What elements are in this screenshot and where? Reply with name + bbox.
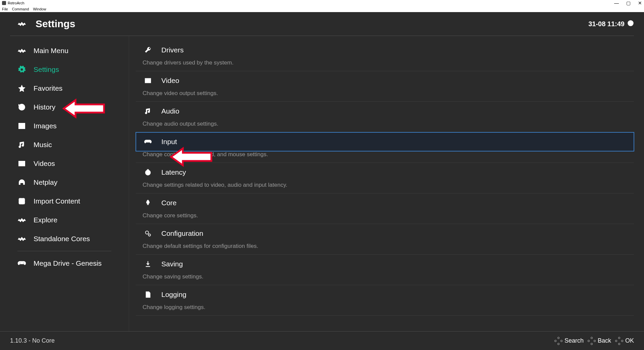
settings-row-saving[interactable]: Saving Change saving settings. — [136, 255, 634, 285]
sidebar-item-import[interactable]: Import Content — [17, 192, 119, 211]
plus-box-icon — [17, 197, 26, 206]
app-window-icon — [2, 1, 6, 5]
doc-icon — [144, 291, 152, 299]
row-label: Audio — [161, 107, 179, 115]
svg-rect-7 — [145, 79, 151, 83]
svg-point-10 — [148, 234, 150, 236]
hint-back: Back — [588, 337, 611, 344]
sidebar-item-music[interactable]: Music — [17, 135, 119, 154]
image-icon — [17, 122, 26, 130]
svg-point-9 — [146, 231, 149, 234]
row-label: Core — [161, 199, 177, 207]
video-icon — [17, 159, 26, 168]
close-button[interactable]: ✕ — [638, 0, 642, 6]
sidebar-item-label: Images — [34, 122, 57, 130]
sidebar-item-label: Standalone Cores — [34, 235, 90, 243]
row-desc: Change core settings. — [136, 212, 634, 224]
row-desc: Change video output settings. — [136, 90, 634, 101]
sidebar-item-settings[interactable]: Settings — [17, 60, 119, 79]
retroarch-icon — [17, 46, 26, 55]
settings-row-drivers[interactable]: Drivers Change drivers used by the syste… — [136, 41, 634, 71]
sidebar-item-megadrive[interactable]: Mega Drive - Genesis — [17, 254, 119, 273]
row-desc: Change settings related to video, audio … — [136, 182, 634, 193]
download-icon — [144, 260, 152, 268]
settings-row-configuration[interactable]: Configuration Change default settings fo… — [136, 224, 634, 255]
row-label: Configuration — [161, 229, 203, 237]
sidebar-item-label: Music — [34, 141, 52, 149]
music-icon — [144, 107, 152, 115]
row-label: Video — [161, 77, 179, 85]
svg-point-2 — [20, 125, 21, 126]
row-desc: Change audio output settings. — [136, 121, 634, 132]
sidebar-item-main-menu[interactable]: Main Menu — [17, 41, 119, 60]
row-desc: Change saving settings. — [136, 273, 634, 285]
app: Settings 31-08 11:49 Main Menu Settings … — [0, 12, 644, 350]
history-icon — [17, 103, 26, 112]
star-icon — [17, 84, 26, 93]
page-title: Settings — [36, 18, 75, 30]
sidebar-item-explore[interactable]: Explore — [17, 211, 119, 229]
row-label: Logging — [161, 291, 186, 299]
film-icon — [144, 77, 152, 85]
titlebar: RetroArch — ▢ ✕ — [0, 0, 644, 6]
row-desc: Change default settings for configuratio… — [136, 243, 634, 254]
dpad-icon — [555, 338, 562, 344]
sidebar: Main Menu Settings Favorites History Ima… — [0, 36, 129, 331]
controller-icon — [17, 259, 26, 268]
retroarch-icon — [17, 19, 26, 28]
svg-point-6 — [23, 263, 24, 264]
window-controls: — ▢ ✕ — [614, 0, 642, 6]
sidebar-item-label: Main Menu — [34, 47, 68, 55]
sidebar-item-images[interactable]: Images — [17, 117, 119, 135]
headset-icon — [17, 178, 26, 187]
sidebar-item-label: Mega Drive - Genesis — [34, 259, 102, 267]
dpad-icon — [588, 338, 595, 344]
sidebar-item-label: Netplay — [34, 178, 57, 186]
sidebar-item-label: Explore — [34, 216, 57, 224]
sidebar-item-videos[interactable]: Videos — [17, 154, 119, 173]
menu-window[interactable]: Window — [33, 7, 46, 11]
clock-icon — [627, 20, 634, 28]
sidebar-item-label: Videos — [34, 160, 55, 168]
sidebar-item-netplay[interactable]: Netplay — [17, 173, 119, 192]
sidebar-item-label: Favorites — [34, 84, 62, 92]
maximize-button[interactable]: ▢ — [626, 0, 631, 6]
settings-row-logging[interactable]: Logging Change logging settings. — [136, 285, 634, 316]
wrench-icon — [144, 46, 152, 54]
window-title: RetroArch — [8, 1, 24, 5]
sidebar-item-label: History — [34, 103, 55, 111]
dpad-icon — [616, 338, 623, 344]
version-text: 1.10.3 - No Core — [10, 337, 55, 344]
row-desc: Change controller, keyboard, and mouse s… — [136, 151, 634, 163]
sidebar-item-label: Settings — [34, 65, 59, 74]
hint-ok: OK — [616, 337, 634, 344]
controller-icon — [144, 138, 152, 146]
menu-file[interactable]: File — [2, 7, 8, 11]
footer: 1.10.3 - No Core Search Back OK — [0, 331, 644, 350]
settings-list: Drivers Change drivers used by the syste… — [129, 36, 644, 331]
datetime: 31-08 11:49 — [588, 20, 625, 28]
rocket-icon — [144, 199, 152, 207]
sidebar-item-label: Import Content — [34, 197, 80, 205]
sidebar-item-history[interactable]: History — [17, 98, 119, 117]
row-label: Input — [161, 138, 177, 146]
row-desc: Change drivers used by the system. — [136, 59, 634, 71]
settings-row-input[interactable]: Input Change controller, keyboard, and m… — [136, 132, 634, 163]
svg-point-5 — [20, 263, 21, 264]
music-icon — [17, 140, 26, 149]
settings-row-latency[interactable]: Latency Change settings related to video… — [136, 163, 634, 193]
menu-command[interactable]: Command — [12, 7, 29, 11]
row-desc: Change logging settings. — [136, 304, 634, 315]
settings-row-video[interactable]: Video Change video output settings. — [136, 71, 634, 102]
header: Settings 31-08 11:49 — [0, 12, 644, 36]
retroarch-icon — [17, 216, 26, 224]
row-label: Latency — [161, 168, 186, 176]
row-label: Saving — [161, 260, 183, 268]
settings-row-core[interactable]: Core Change core settings. — [136, 193, 634, 224]
minimize-button[interactable]: — — [614, 0, 619, 6]
settings-row-audio[interactable]: Audio Change audio output settings. — [136, 102, 634, 132]
row-label: Drivers — [161, 46, 184, 54]
sidebar-item-favorites[interactable]: Favorites — [17, 79, 119, 98]
sidebar-divider — [17, 251, 111, 251]
sidebar-item-standalone-cores[interactable]: Standalone Cores — [17, 229, 119, 248]
